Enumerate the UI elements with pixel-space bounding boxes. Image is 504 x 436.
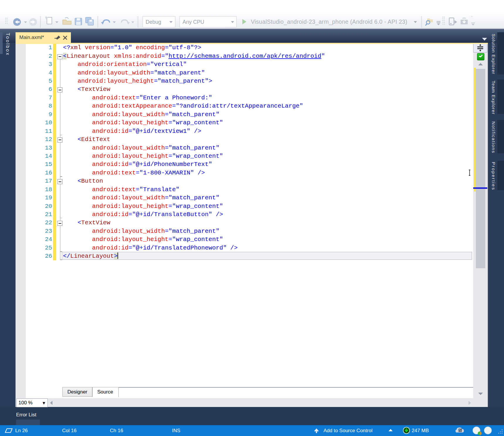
svg-text:'': '' [471, 15, 472, 20]
svg-text:Any CPU: Any CPU [183, 19, 204, 25]
svg-text:Debug: Debug [146, 19, 161, 25]
svg-text:VisualStudio_android-23_arm_ph: VisualStudio_android-23_arm_phone (Andro… [251, 18, 407, 25]
